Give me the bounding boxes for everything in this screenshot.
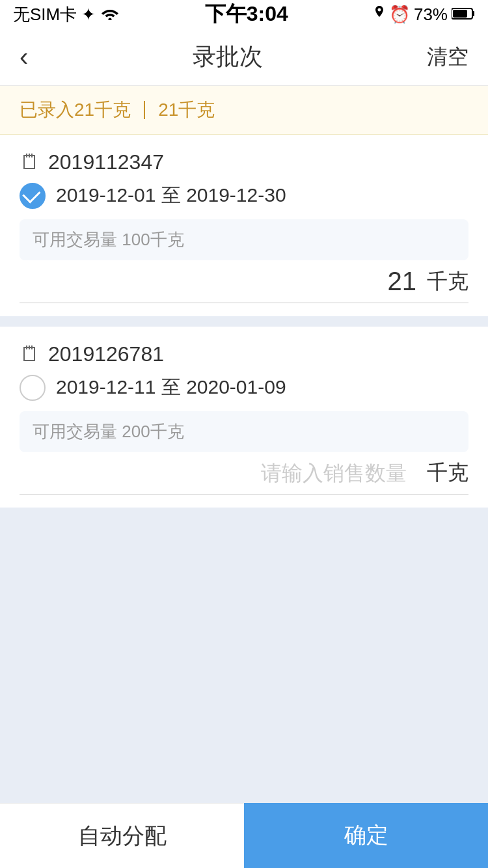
batch2-header: 🗒 2019126781 [20, 342, 468, 366]
recorded-value: 21千克 [158, 98, 215, 122]
svg-rect-3 [453, 10, 467, 18]
batch2-id: 2019126781 [48, 342, 164, 366]
batch1-amount-container: 21 千克 [0, 260, 488, 316]
batch2-radio[interactable] [20, 375, 46, 401]
batch1-header: 🗒 2019112347 [20, 150, 468, 174]
batch1-id: 2019112347 [48, 150, 164, 174]
batch1-date-row: 2019-12-01 至 2019-12-30 [20, 182, 468, 209]
status-right: ⏰ 73% [373, 5, 475, 25]
section-separator-1 [0, 316, 488, 327]
back-button[interactable]: ‹ [20, 42, 28, 72]
auto-distribute-button[interactable]: 自动分配 [0, 803, 244, 868]
batch2-quantity-input[interactable] [20, 461, 416, 485]
battery-icon [452, 5, 475, 25]
batch2-input-unit: 千克 [427, 459, 468, 487]
nav-bar: ‹ 录批次 清空 [0, 29, 488, 86]
wifi-icon [101, 5, 119, 25]
batch2-available: 可用交易量 200千克 [20, 411, 468, 452]
batch2-available-text: 可用交易量 200千克 [33, 422, 184, 441]
batch2-input-container: 千克 [0, 452, 488, 508]
sim-label: 无SIM卡 ✦ [13, 3, 96, 26]
batch1-available-text: 可用交易量 100千克 [33, 230, 184, 249]
status-bar: 无SIM卡 ✦ 下午3:04 ⏰ 73% [0, 0, 488, 29]
svg-point-0 [109, 18, 112, 20]
batch1-amount-unit: 千克 [427, 267, 468, 296]
battery-text: 73% [414, 5, 448, 25]
status-left: 无SIM卡 ✦ [13, 3, 119, 26]
batch2-input-row: 千克 [20, 452, 468, 495]
batch-item-2: 🗒 2019126781 2019-12-11 至 2020-01-09 可用交… [0, 327, 488, 452]
batch1-available: 可用交易量 100千克 [20, 219, 468, 260]
batch-item-1: 🗒 2019112347 2019-12-01 至 2019-12-30 可用交… [0, 135, 488, 260]
clear-button[interactable]: 清空 [427, 43, 468, 72]
banner-divider [144, 101, 145, 119]
page-title: 录批次 [193, 41, 263, 73]
alarm-icon: ⏰ [389, 5, 410, 25]
batch2-date-row: 2019-12-11 至 2020-01-09 [20, 374, 468, 401]
batch1-date: 2019-12-01 至 2019-12-30 [56, 182, 286, 209]
confirm-button[interactable]: 确定 [244, 803, 488, 868]
batch1-amount-row: 21 千克 [20, 260, 468, 303]
batch2-doc-icon: 🗒 [20, 342, 40, 366]
bottom-bar: 自动分配 确定 [0, 803, 488, 868]
batch1-radio[interactable] [20, 183, 46, 209]
status-time: 下午3:04 [205, 0, 288, 29]
info-banner: 已录入21千克 21千克 [0, 86, 488, 135]
location-icon [373, 5, 385, 25]
svg-rect-2 [472, 11, 474, 16]
batch1-doc-icon: 🗒 [20, 150, 40, 174]
batch1-amount-value: 21 [388, 267, 417, 296]
batch2-date: 2019-12-11 至 2020-01-09 [56, 374, 286, 401]
recorded-label: 已录入21千克 [20, 98, 131, 122]
